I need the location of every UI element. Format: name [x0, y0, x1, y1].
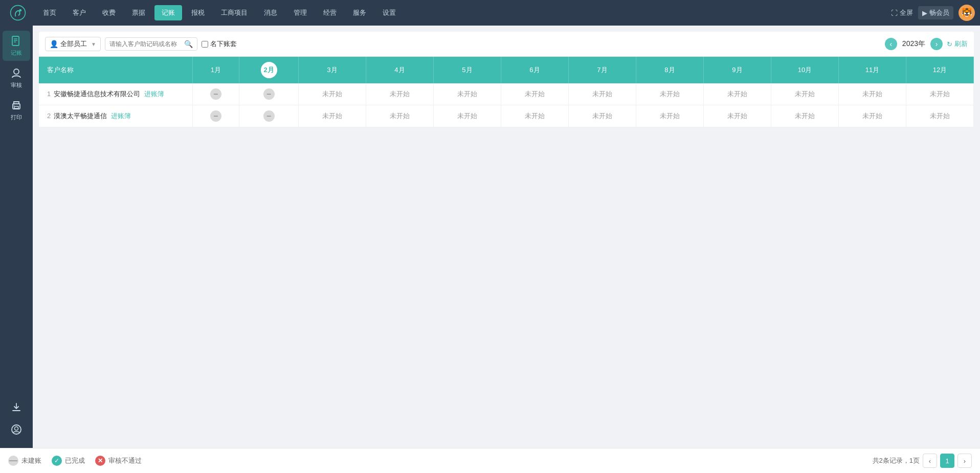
col-month-8: 8月 — [636, 57, 703, 83]
month-cell-12: 未开始 — [906, 83, 973, 105]
status-dash-icon: – — [263, 110, 275, 122]
month-cell-6: 未开始 — [501, 83, 568, 105]
status-not-started: 未开始 — [727, 112, 747, 120]
col-month-3: 3月 — [298, 57, 366, 83]
search-icon[interactable]: 🔍 — [184, 40, 193, 48]
status-not-started: 未开始 — [862, 90, 882, 98]
month-cell-2: – — [239, 83, 299, 105]
nav-business[interactable]: 工商项目 — [214, 5, 255, 20]
legend-completed: ✓ 已完成 — [52, 456, 85, 466]
legend-dot-red: ✕ — [95, 456, 105, 466]
svg-point-0 — [11, 6, 26, 20]
sidebar: 记账 审核 打印 — [0, 26, 33, 448]
member-button[interactable]: ▶ 畅会员 — [918, 6, 953, 19]
sidebar-label-print: 打印 — [11, 114, 22, 121]
status-not-started: 未开始 — [930, 112, 950, 120]
col-month-5: 5月 — [433, 57, 501, 83]
month-cell-11: 未开始 — [838, 83, 906, 105]
month-cell-10: 未开始 — [771, 105, 838, 127]
month-cell-5: 未开始 — [433, 83, 501, 105]
account-checkbox[interactable] — [202, 41, 208, 48]
sidebar-item-user[interactable] — [3, 419, 30, 440]
month-cell-5: 未开始 — [433, 105, 501, 127]
col-client-header: 客户名称 — [39, 57, 192, 83]
person-icon: 👤 — [50, 40, 58, 48]
avatar[interactable]: 🐯 — [959, 5, 975, 21]
month-cell-8: 未开始 — [636, 83, 703, 105]
nav-billing[interactable]: 收费 — [95, 5, 123, 20]
prev-page-button[interactable]: ‹ — [923, 454, 937, 468]
row-index: 2 — [47, 112, 51, 120]
x-icon: ✕ — [98, 457, 103, 464]
prev-year-button[interactable]: ‹ — [885, 38, 897, 50]
legend-dot-teal: ✓ — [52, 456, 62, 466]
nav-invoice[interactable]: 票据 — [125, 5, 152, 20]
sidebar-item-bookkeeping[interactable]: 记账 — [3, 31, 30, 61]
status-not-started: 未开始 — [727, 90, 747, 98]
search-input[interactable] — [109, 40, 181, 48]
enter-link[interactable]: 进账簿 — [111, 112, 131, 120]
year-nav: ‹ 2023年 › — [885, 38, 943, 50]
client-cell: 2漠澳太平畅捷通信进账簿 — [39, 105, 192, 127]
nav-home[interactable]: 首页 — [36, 5, 63, 20]
status-not-started: 未开始 — [457, 112, 477, 120]
status-not-started: 未开始 — [592, 90, 612, 98]
print-icon — [10, 99, 23, 111]
nav-service[interactable]: 服务 — [346, 5, 373, 20]
col-month-4: 4月 — [366, 57, 433, 83]
legend-dot-gray: — — [8, 456, 18, 466]
month-cell-7: 未开始 — [568, 105, 636, 127]
employee-filter[interactable]: 👤 全部员工 ▼ — [45, 37, 101, 51]
pagination: 共2条记录，1页 ‹ 1 › — [873, 454, 972, 468]
refresh-button[interactable]: ↻ 刷新 — [947, 39, 968, 49]
month-cell-9: 未开始 — [703, 83, 771, 105]
nav-settings[interactable]: 设置 — [375, 5, 403, 20]
search-wrapper: 🔍 — [105, 37, 197, 51]
nav-bookkeeping[interactable]: 记账 — [154, 5, 182, 20]
status-not-started: 未开始 — [390, 112, 410, 120]
filter-label: 全部员工 — [60, 39, 87, 49]
right-area: ⛶ 全屏 ▶ 畅会员 🐯 — [891, 5, 975, 21]
page-1-button[interactable]: 1 — [940, 454, 954, 468]
row-index: 1 — [47, 90, 51, 98]
enter-link[interactable]: 进账簿 — [144, 90, 164, 98]
status-not-started: 未开始 — [390, 90, 410, 98]
table-container: 客户名称 1月 2月 3月 4月 5月 6月 7月 8月 9月 10月 11月 … — [39, 57, 974, 127]
refresh-label: 刷新 — [954, 39, 968, 49]
nav-tax[interactable]: 报税 — [184, 5, 212, 20]
col-month-1: 1月 — [192, 57, 239, 83]
month-cell-4: 未开始 — [366, 83, 433, 105]
legend-label-rejected: 审核不通过 — [108, 456, 142, 465]
nav-client[interactable]: 客户 — [65, 5, 93, 20]
status-not-started: 未开始 — [795, 90, 815, 98]
col-month-6: 6月 — [501, 57, 568, 83]
nav-items: 首页 客户 收费 票据 记账 报税 工商项目 消息 管理 经营 服务 设置 — [36, 5, 891, 20]
status-dash-icon: – — [210, 110, 221, 122]
month-cell-12: 未开始 — [906, 105, 973, 127]
legend-unrecorded: — 未建账 — [8, 456, 41, 466]
month-cell-11: 未开始 — [838, 105, 906, 127]
status-not-started: 未开始 — [592, 112, 612, 120]
svg-rect-8 — [14, 106, 18, 108]
sidebar-item-print[interactable]: 打印 — [3, 95, 30, 125]
status-not-started: 未开始 — [660, 90, 680, 98]
nav-operation[interactable]: 经营 — [316, 5, 344, 20]
sidebar-item-download[interactable] — [3, 397, 30, 417]
fullscreen-button[interactable]: ⛶ 全屏 — [891, 8, 913, 17]
nav-admin[interactable]: 管理 — [286, 5, 314, 20]
content-area: 👤 全部员工 ▼ 🔍 名下账套 ‹ 2023年 › ↻ 刷新 — [33, 26, 980, 448]
sidebar-item-audit[interactable]: 审核 — [3, 63, 30, 93]
table-body: 1安徽畅捷通信息技术有限公司进账簿––未开始未开始未开始未开始未开始未开始未开始… — [39, 83, 974, 127]
next-year-button[interactable]: › — [930, 38, 943, 50]
next-page-button[interactable]: › — [957, 454, 972, 468]
month-cell-7: 未开始 — [568, 83, 636, 105]
status-not-started: 未开始 — [795, 112, 815, 120]
sidebar-label-audit: 审核 — [11, 81, 22, 89]
checkbox-label: 名下账套 — [202, 39, 237, 49]
fullscreen-label: 全屏 — [900, 8, 913, 17]
nav-message[interactable]: 消息 — [257, 5, 284, 20]
status-not-started: 未开始 — [525, 112, 545, 120]
col-month-7: 7月 — [568, 57, 636, 83]
client-name: 漠澳太平畅捷通信 — [54, 112, 107, 120]
client-cell: 1安徽畅捷通信息技术有限公司进账簿 — [39, 83, 192, 105]
